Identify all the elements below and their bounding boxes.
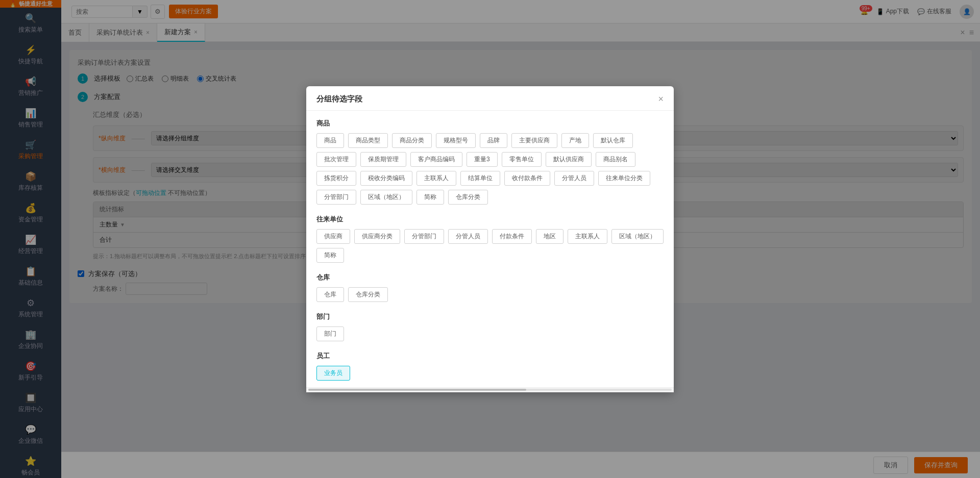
field-tag-product-category[interactable]: 商品分类 (392, 133, 432, 148)
section-product: 商品 商品 商品类型 商品分类 规格型号 品牌 主要供应商 产地 默认仓库 批次… (316, 119, 664, 205)
field-tag-origin[interactable]: 产地 (561, 133, 589, 148)
field-tag-salesperson[interactable]: 业务员 (316, 366, 350, 381)
field-tag-main-supplier[interactable]: 主要供应商 (511, 133, 557, 148)
section-department-title: 部门 (316, 312, 664, 321)
field-tag-weight[interactable]: 重量3 (467, 152, 498, 167)
field-tag-warehouse[interactable]: 仓库 (316, 287, 344, 302)
partner-field-tags: 供应商 供应商分类 分管部门 分管人员 付款条件 地区 主联系人 区域（地区） … (316, 229, 664, 263)
field-tag-wh-category[interactable]: 仓库分类 (448, 190, 488, 205)
product-field-tags: 商品 商品类型 商品分类 规格型号 品牌 主要供应商 产地 默认仓库 批次管理 … (316, 133, 664, 205)
field-tag-alias[interactable]: 商品别名 (596, 152, 635, 167)
warehouse-field-tags: 仓库 仓库分类 (316, 287, 664, 302)
field-tag-expiry-mgmt[interactable]: 保质期管理 (360, 152, 406, 167)
field-tag-settlement-unit[interactable]: 结算单位 (460, 171, 500, 186)
field-tag-supplier-category[interactable]: 供应商分类 (354, 229, 400, 244)
section-employee-title: 员工 (316, 351, 664, 361)
field-tag-dept[interactable]: 分管部门 (316, 190, 356, 205)
section-employee: 员工 业务员 (316, 351, 664, 381)
field-tag-tax-code[interactable]: 税收分类编码 (360, 171, 412, 186)
field-tag-main-contact[interactable]: 主联系人 (416, 171, 456, 186)
field-tag-region-partner[interactable]: 区域（地区） (611, 229, 664, 244)
modal-header: 分组待选字段 × (306, 86, 674, 111)
modal-scrollbar-horizontal[interactable] (306, 387, 674, 392)
modal-body: 商品 商品 商品类型 商品分类 规格型号 品牌 主要供应商 产地 默认仓库 批次… (306, 111, 674, 387)
field-tag-region[interactable]: 地区 (536, 229, 564, 244)
field-tag-pick-points[interactable]: 拣货积分 (316, 171, 356, 186)
field-tag-short-name[interactable]: 简称 (416, 190, 444, 205)
field-tag-default-warehouse[interactable]: 默认仓库 (593, 133, 633, 148)
field-tag-product[interactable]: 商品 (316, 133, 344, 148)
field-tag-partner-category[interactable]: 往来单位分类 (598, 171, 650, 186)
field-tag-warehouse-category[interactable]: 仓库分类 (348, 287, 388, 302)
field-tag-main-contact-partner[interactable]: 主联系人 (568, 229, 607, 244)
section-partner-title: 往来单位 (316, 215, 664, 224)
field-tag-payment-terms[interactable]: 收付款条件 (504, 171, 550, 186)
field-tag-default-supplier[interactable]: 默认供应商 (546, 152, 592, 167)
section-warehouse: 仓库 仓库 仓库分类 (316, 273, 664, 302)
field-tag-batch-mgmt[interactable]: 批次管理 (316, 152, 356, 167)
department-field-tags: 部门 (316, 326, 664, 341)
section-department: 部门 部门 (316, 312, 664, 341)
field-tag-short-name-partner[interactable]: 简称 (316, 248, 344, 263)
field-tag-manager-partner[interactable]: 分管人员 (448, 229, 488, 244)
section-partner: 往来单位 供应商 供应商分类 分管部门 分管人员 付款条件 地区 主联系人 区域… (316, 215, 664, 263)
employee-field-tags: 业务员 (316, 366, 664, 381)
field-tag-pay-terms[interactable]: 付款条件 (492, 229, 532, 244)
field-tag-customer-code[interactable]: 客户商品编码 (410, 152, 462, 167)
field-tag-supplier[interactable]: 供应商 (316, 229, 350, 244)
section-warehouse-title: 仓库 (316, 273, 664, 282)
field-tag-department[interactable]: 部门 (316, 326, 344, 341)
modal-title: 分组待选字段 (316, 94, 362, 104)
field-tag-spec-model[interactable]: 规格型号 (436, 133, 476, 148)
scroll-track (308, 389, 672, 391)
field-tag-dept-partner[interactable]: 分管部门 (404, 229, 444, 244)
field-tag-manager[interactable]: 分管人员 (554, 171, 594, 186)
modal-close-button[interactable]: × (658, 94, 664, 104)
field-tag-product-type[interactable]: 商品类型 (348, 133, 388, 148)
modal-dialog: 分组待选字段 × 商品 商品 商品类型 商品分类 规格型号 品牌 主要供应商 产… (306, 86, 674, 392)
field-tag-retail-unit[interactable]: 零售单位 (502, 152, 542, 167)
field-tag-brand[interactable]: 品牌 (480, 133, 507, 148)
section-product-title: 商品 (316, 119, 664, 128)
field-tag-region-product[interactable]: 区域（地区） (360, 190, 412, 205)
scroll-thumb (308, 389, 526, 391)
